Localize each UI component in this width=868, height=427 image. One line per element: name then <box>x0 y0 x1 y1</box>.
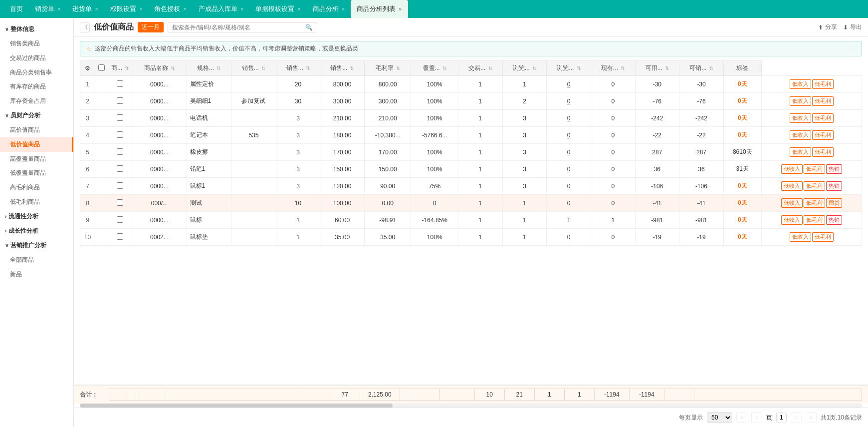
view1-link[interactable]: 0 <box>567 81 571 88</box>
row-view1[interactable]: 0 <box>547 178 591 195</box>
search-icon[interactable]: 🔍 <box>305 24 313 31</box>
row-checkbox[interactable] <box>117 165 123 172</box>
row-view1[interactable]: 0 <box>547 76 591 93</box>
view1-link[interactable]: 0 <box>567 115 571 122</box>
close-icon[interactable]: × <box>297 6 300 12</box>
first-page-button[interactable]: « <box>736 412 747 423</box>
sidebar-item-low-margin[interactable]: 低毛利商品 <box>0 195 73 209</box>
row-checkbox-cell[interactable] <box>108 229 132 246</box>
nav-sales-order[interactable]: 销货单 × <box>29 0 66 18</box>
sidebar-item-new-products[interactable]: 新品 <box>0 267 73 282</box>
search-input[interactable] <box>172 24 305 31</box>
nav-product-analysis-list[interactable]: 商品分析列表 × <box>351 0 408 18</box>
sidebar-group-marketing[interactable]: ∨ 营销推广分析 <box>0 238 73 253</box>
nav-product-storage[interactable]: 产成品入库单 × <box>193 0 249 18</box>
row-checkbox-cell[interactable] <box>108 195 132 212</box>
row-checkbox-cell[interactable] <box>108 161 132 178</box>
share-button[interactable]: ⬆ 分享 <box>818 23 837 31</box>
row-checkbox-cell[interactable] <box>108 212 132 229</box>
sidebar-group-overall[interactable]: ∨ 整体信息 <box>0 22 73 36</box>
view1-link[interactable]: 0 <box>567 183 571 190</box>
row-checkbox[interactable] <box>117 182 123 189</box>
sidebar-group-flow[interactable]: › 流通性分析 <box>0 209 73 224</box>
col-spec[interactable]: 规格... ⇅ <box>187 61 231 76</box>
col-sales-amount[interactable]: 销售... ⇅ <box>276 61 320 76</box>
sidebar-item-stock-capital[interactable]: 库存资金占用 <box>0 94 73 108</box>
next-page-button[interactable]: › <box>791 412 802 423</box>
nav-permission[interactable]: 权限设置 × <box>104 0 148 18</box>
scrollbar-thumb[interactable] <box>80 404 393 408</box>
row-checkbox-cell[interactable] <box>108 178 132 195</box>
row-checkbox[interactable] <box>117 97 123 104</box>
scrollbar[interactable] <box>80 404 862 408</box>
sidebar-item-stock-products[interactable]: 有库存的商品 <box>0 79 73 94</box>
view1-link[interactable]: 0 <box>567 234 571 241</box>
page-size-select[interactable]: 50 100 <box>707 412 732 423</box>
nav-product-analysis[interactable]: 商品分析 × <box>307 0 351 18</box>
close-icon[interactable]: × <box>240 6 243 12</box>
col-coverage[interactable]: 覆盖... ⇅ <box>411 61 458 76</box>
row-view1[interactable]: 0 <box>547 195 591 212</box>
collapse-sidebar-button[interactable]: 《 <box>80 22 90 32</box>
close-icon[interactable]: × <box>399 6 402 12</box>
sidebar-item-sales-products[interactable]: 销售类商品 <box>0 36 73 51</box>
row-checkbox-cell[interactable] <box>108 110 132 127</box>
row-view1[interactable]: 0 <box>547 229 591 246</box>
row-checkbox[interactable] <box>117 216 123 223</box>
row-view1[interactable]: 0 <box>547 127 591 144</box>
col-name[interactable]: 商品名称 ⇅ <box>132 61 187 76</box>
close-icon[interactable]: × <box>183 6 186 12</box>
prev-page-button[interactable]: ‹ <box>751 412 762 423</box>
view1-link[interactable]: 0 <box>567 132 571 139</box>
col-checkbox[interactable] <box>95 61 108 76</box>
row-checkbox[interactable] <box>117 233 123 240</box>
row-checkbox[interactable] <box>117 148 123 155</box>
sidebar-item-high-coverage[interactable]: 高覆盖量商品 <box>0 152 73 166</box>
last-page-button[interactable]: » <box>806 412 817 423</box>
view1-link[interactable]: 0 <box>567 149 571 156</box>
sidebar-item-low-coverage[interactable]: 低覆盖量商品 <box>0 166 73 180</box>
col-code[interactable]: 商... ⇅ <box>108 61 132 76</box>
col-settings[interactable]: ⚙ <box>80 61 95 76</box>
col-sellable[interactable]: 可销... ⇅ <box>679 61 724 76</box>
nav-role-auth[interactable]: 角色授权 × <box>148 0 192 18</box>
col-transaction[interactable]: 交易... ⇅ <box>458 61 503 76</box>
col-current-stock[interactable]: 现有... ⇅ <box>591 61 635 76</box>
sidebar-item-all-products[interactable]: 全部商品 <box>0 253 73 267</box>
close-icon[interactable]: × <box>57 6 60 12</box>
sidebar-group-growth[interactable]: › 成长性分析 <box>0 224 73 238</box>
period-button[interactable]: 近一月 <box>138 22 164 32</box>
close-icon[interactable]: × <box>95 6 98 12</box>
close-icon[interactable]: × <box>342 6 345 12</box>
row-view1[interactable]: 0 <box>547 161 591 178</box>
sidebar-item-category-sales-rate[interactable]: 商品分类销售率 <box>0 65 73 80</box>
sidebar-item-high-margin[interactable]: 高毛利商品 <box>0 180 73 195</box>
nav-purchase-order[interactable]: 进货单 × <box>66 0 104 18</box>
export-button[interactable]: ⬇ 导出 <box>843 23 862 31</box>
col-margin-rate[interactable]: 毛利率 ⇅ <box>364 61 411 76</box>
sidebar-item-traded-products[interactable]: 交易过的商品 <box>0 51 73 65</box>
row-view1[interactable]: 0 <box>547 110 591 127</box>
view1-link[interactable]: 0 <box>567 200 571 207</box>
view1-link[interactable]: 1 <box>567 217 571 224</box>
table-container[interactable]: ⚙ 商... ⇅ 商品名称 ⇅ 规格... ⇅ 销售... ⇅ 销售... ⇅ … <box>74 60 868 385</box>
row-checkbox[interactable] <box>117 80 123 87</box>
row-checkbox-cell[interactable] <box>108 76 132 93</box>
col-sales-qty[interactable]: 销售... ⇅ <box>231 61 276 76</box>
view1-link[interactable]: 0 <box>567 166 571 173</box>
row-checkbox[interactable] <box>117 131 123 138</box>
row-checkbox-cell[interactable] <box>108 144 132 161</box>
view1-link[interactable]: 0 <box>567 98 571 105</box>
col-available-stock[interactable]: 可用... ⇅ <box>635 61 679 76</box>
col-sales-other[interactable]: 销售... ⇅ <box>320 61 365 76</box>
col-view1[interactable]: 浏览... ⇅ <box>502 61 547 76</box>
select-all-checkbox[interactable] <box>98 64 105 71</box>
close-icon[interactable]: × <box>139 6 142 12</box>
sidebar-group-financial[interactable]: ∨ 员财产分析 <box>0 108 73 123</box>
row-checkbox[interactable] <box>117 114 123 121</box>
nav-home[interactable]: 首页 <box>4 0 29 18</box>
row-checkbox[interactable] <box>117 199 123 206</box>
row-checkbox-cell[interactable] <box>108 127 132 144</box>
row-view1[interactable]: 1 <box>547 212 591 229</box>
row-checkbox-cell[interactable] <box>108 93 132 110</box>
